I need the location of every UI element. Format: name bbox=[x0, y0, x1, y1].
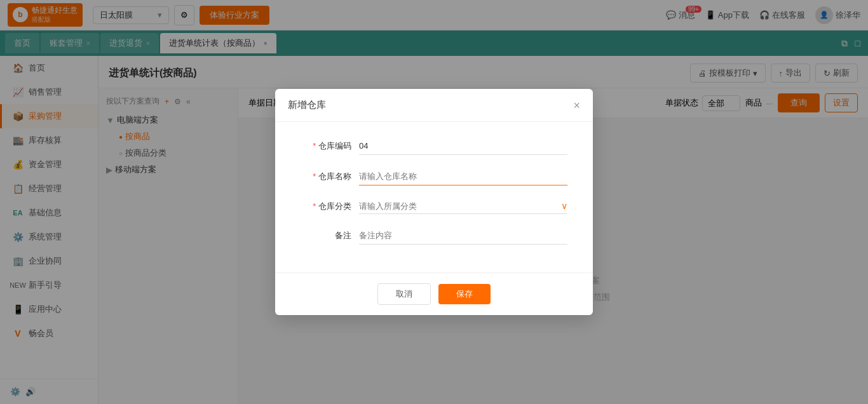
required-star-code: * bbox=[313, 141, 316, 151]
warehouse-code-label: * 仓库编码 bbox=[301, 140, 351, 152]
add-warehouse-modal: 新增仓库 × * 仓库编码 * 仓库名称 bbox=[275, 89, 593, 315]
modal-header: 新增仓库 × bbox=[275, 89, 593, 122]
warehouse-name-row: * 仓库名称 bbox=[301, 168, 567, 185]
modal-footer: 取消 保存 bbox=[275, 273, 593, 315]
warehouse-category-row: * 仓库分类 ∨ bbox=[301, 198, 567, 214]
modal-close-button[interactable]: × bbox=[573, 100, 580, 111]
warehouse-code-row: * 仓库编码 bbox=[301, 137, 567, 155]
warehouse-category-label: * 仓库分类 bbox=[301, 201, 351, 212]
required-star-name: * bbox=[313, 172, 316, 181]
warehouse-category-wrap: ∨ bbox=[359, 198, 567, 214]
required-star-category: * bbox=[313, 201, 316, 211]
modal-body: * 仓库编码 * 仓库名称 * 仓库分类 bbox=[275, 122, 593, 273]
category-chevron-icon: ∨ bbox=[561, 201, 567, 211]
warehouse-category-input[interactable] bbox=[359, 201, 561, 211]
warehouse-name-label: * 仓库名称 bbox=[301, 171, 351, 182]
modal-title: 新增仓库 bbox=[288, 99, 326, 111]
warehouse-name-input[interactable] bbox=[359, 168, 567, 185]
save-button[interactable]: 保存 bbox=[438, 284, 491, 304]
warehouse-remark-label: 备注 bbox=[301, 230, 351, 241]
modal-overlay[interactable]: 新增仓库 × * 仓库编码 * 仓库名称 bbox=[0, 0, 868, 404]
warehouse-remark-input[interactable] bbox=[359, 227, 567, 245]
warehouse-remark-row: 备注 bbox=[301, 227, 567, 245]
warehouse-code-input[interactable] bbox=[359, 137, 567, 155]
cancel-button[interactable]: 取消 bbox=[377, 283, 431, 305]
